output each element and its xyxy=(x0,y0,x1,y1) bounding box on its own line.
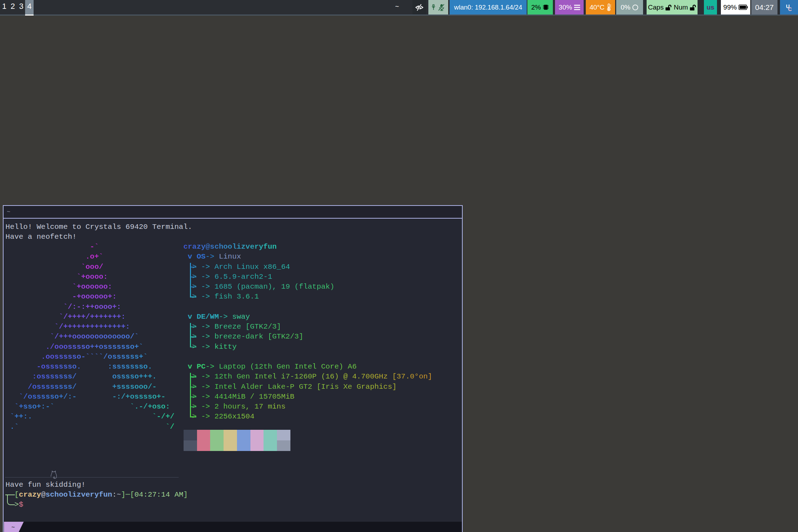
svg-text:C: C xyxy=(788,6,792,12)
